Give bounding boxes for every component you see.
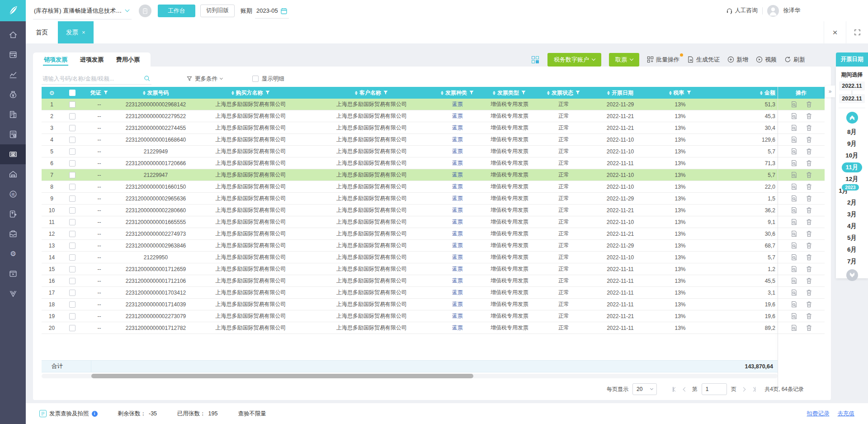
view-invoice-icon[interactable] <box>791 219 797 225</box>
live-support-link[interactable]: 人工咨询 <box>726 7 758 14</box>
generate-voucher-button[interactable]: 生成凭证 <box>687 56 720 64</box>
column-header-6[interactable]: 发票类型 <box>478 89 541 97</box>
clipboard-icon[interactable] <box>139 5 151 17</box>
actions-cell[interactable] <box>778 157 825 169</box>
actions-cell[interactable] <box>778 110 825 122</box>
column-header-1[interactable]: 凭证 <box>82 89 116 97</box>
row-checkbox[interactable] <box>69 290 75 296</box>
view-invoice-icon[interactable] <box>791 289 797 296</box>
month-item-5月[interactable]: 5月 <box>836 232 868 244</box>
sidebar-item-company[interactable] <box>0 105 26 124</box>
row-checkbox[interactable] <box>69 184 75 190</box>
view-invoice-icon[interactable] <box>791 195 797 202</box>
column-header-11[interactable]: 操作 <box>778 87 825 99</box>
sidebar-item-invoice[interactable] <box>0 144 26 164</box>
row-checkbox-cell[interactable] <box>62 301 82 308</box>
actions-cell[interactable] <box>778 310 825 322</box>
delete-invoice-icon[interactable] <box>806 254 812 261</box>
fee-record-link[interactable]: 扣费记录 <box>807 410 830 418</box>
subtab-expense-receipt[interactable]: 费用小票 <box>110 52 146 67</box>
actions-cell[interactable] <box>778 99 825 110</box>
actions-cell[interactable] <box>778 122 825 133</box>
sidebar-item-tax[interactable]: 税 <box>0 184 26 204</box>
view-invoice-icon[interactable] <box>791 277 797 284</box>
table-row[interactable]: 18--22312000000001714039上海思多励国际贸易有限公司上海思… <box>42 299 825 310</box>
filter-icon[interactable] <box>575 90 580 95</box>
page-input[interactable] <box>702 383 727 395</box>
tax-digital-account-button[interactable]: 税务数字账户 <box>547 53 601 67</box>
row-checkbox-cell[interactable] <box>62 137 82 143</box>
view-invoice-icon[interactable] <box>791 124 797 131</box>
sidebar-item-settings[interactable]: ⚙ <box>0 244 26 264</box>
tab-close-icon[interactable]: × <box>82 29 85 36</box>
actions-cell[interactable] <box>778 263 825 275</box>
filter-icon[interactable] <box>469 90 474 95</box>
row-checkbox-cell[interactable] <box>62 172 82 178</box>
table-row[interactable]: 12--22312000000002274973上海思多励国际贸易有限公司上海思… <box>42 228 825 240</box>
delete-invoice-icon[interactable] <box>806 289 812 296</box>
month-item-4月[interactable]: 4月 <box>836 220 868 232</box>
delete-invoice-icon[interactable] <box>806 207 812 214</box>
sidebar-item-home[interactable] <box>0 25 26 45</box>
month-item-10月[interactable]: 10月 <box>836 150 868 162</box>
tab-invoice[interactable]: 发票 × <box>58 21 94 43</box>
actions-cell[interactable] <box>778 169 825 181</box>
actions-cell[interactable] <box>778 193 825 204</box>
table-row[interactable]: 9--22312000000002965636上海思多励国际贸易有限公司上海思多… <box>42 193 825 205</box>
row-checkbox[interactable] <box>69 243 75 249</box>
sort-icon[interactable] <box>607 91 610 95</box>
sort-icon[interactable] <box>669 91 672 95</box>
actions-cell[interactable] <box>778 205 825 216</box>
view-invoice-icon[interactable] <box>791 113 797 119</box>
last-page-button[interactable] <box>750 387 757 392</box>
month-item-12月[interactable]: 12月 <box>836 173 868 185</box>
column-header-7[interactable]: 发票状态 <box>541 89 586 97</box>
actions-cell[interactable] <box>778 216 825 228</box>
video-button[interactable]: 视频 <box>756 56 777 64</box>
filter-icon[interactable] <box>686 90 692 95</box>
table-row[interactable]: 19--22312000000002273079上海思多励国际贸易有限公司上海思… <box>42 310 825 322</box>
delete-invoice-icon[interactable] <box>806 230 812 237</box>
table-row[interactable]: 3--22312000000002274455上海思多励国际贸易有限公司上海思多… <box>42 122 825 134</box>
delete-invoice-icon[interactable] <box>806 183 812 190</box>
sidebar-item-v-logo[interactable] <box>0 284 26 304</box>
filter-icon[interactable] <box>521 90 526 95</box>
row-checkbox[interactable] <box>69 195 75 202</box>
delete-invoice-icon[interactable] <box>806 101 812 108</box>
column-header-3[interactable]: 购买方名称 <box>195 89 306 97</box>
gear-icon[interactable]: ⚙ <box>49 90 55 96</box>
view-invoice-icon[interactable] <box>791 324 797 331</box>
column-header-10[interactable]: 金额 <box>706 89 778 97</box>
filter-icon[interactable] <box>103 90 108 95</box>
row-checkbox[interactable] <box>69 113 75 119</box>
table-row[interactable]: 10--22312000000002280660上海思多励国际贸易有限公司上海思… <box>42 205 825 216</box>
invoice-check-item[interactable]: 发票查验及拍照 i <box>39 410 98 418</box>
sidebar-item-money-bag[interactable] <box>0 85 26 105</box>
scrollbar-thumb[interactable] <box>91 374 473 378</box>
table-row[interactable]: 2--22312000000002279522上海思多励国际贸易有限公司上海思多… <box>42 110 825 122</box>
row-checkbox-cell[interactable] <box>62 195 82 202</box>
invoice-date-panel-header[interactable]: 开票日期 <box>836 52 868 67</box>
sort-icon[interactable] <box>143 91 146 95</box>
sidebar-item-billing[interactable] <box>0 45 26 65</box>
actions-cell[interactable] <box>778 299 825 310</box>
row-checkbox-cell[interactable] <box>62 101 82 108</box>
view-invoice-icon[interactable] <box>791 254 797 261</box>
row-checkbox[interactable] <box>69 125 75 131</box>
row-checkbox[interactable] <box>69 160 75 167</box>
delete-invoice-icon[interactable] <box>806 172 812 178</box>
row-checkbox[interactable] <box>69 219 75 225</box>
row-checkbox-cell[interactable] <box>62 325 82 331</box>
prev-page-button[interactable] <box>682 388 688 391</box>
view-invoice-icon[interactable] <box>791 313 797 319</box>
row-checkbox[interactable] <box>69 137 75 143</box>
view-invoice-icon[interactable] <box>791 148 797 155</box>
month-item-8月[interactable]: 8月 <box>836 126 868 138</box>
sidebar-item-report[interactable] <box>0 124 26 144</box>
column-header-5[interactable]: 发票种类 <box>437 89 478 97</box>
delete-invoice-icon[interactable] <box>806 266 812 272</box>
actions-cell[interactable] <box>778 275 825 286</box>
period-value-field[interactable]: 2023-05 <box>255 3 289 19</box>
month-item-6月[interactable]: 6月 <box>836 244 868 256</box>
row-checkbox[interactable] <box>69 266 75 272</box>
